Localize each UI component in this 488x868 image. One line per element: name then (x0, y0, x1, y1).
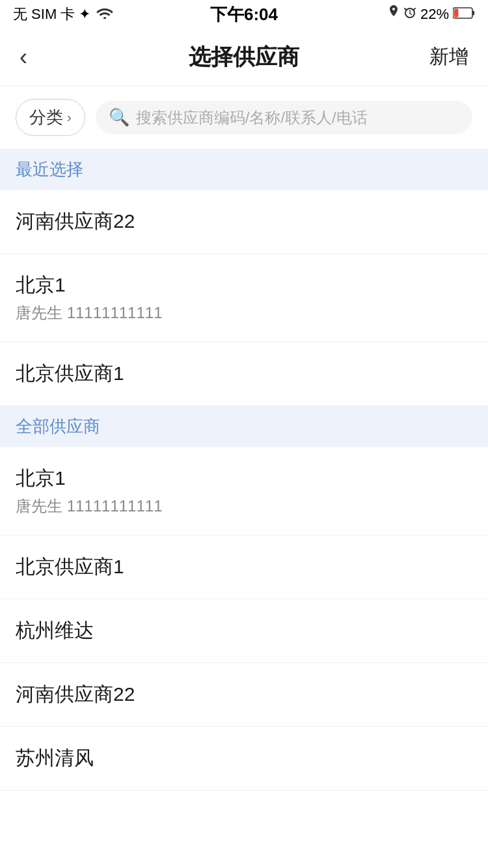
item-name: 北京供应商1 (16, 554, 472, 580)
battery-label: 22% (420, 6, 449, 23)
no-sim-label: 无 SIM 卡 ✦ (13, 5, 90, 24)
item-name: 河南供应商22 (16, 681, 472, 708)
item-detail: 唐先生 11111111111 (16, 303, 472, 323)
all-section-header: 全部供应商 (0, 406, 488, 447)
search-icon: 🔍 (109, 107, 129, 128)
add-button[interactable]: 新增 (429, 44, 468, 70)
category-filter[interactable]: 分类 › (16, 99, 85, 136)
list-item[interactable]: 河南供应商22 (0, 663, 488, 727)
page-title: 选择供应商 (189, 42, 299, 72)
status-bar: 无 SIM 卡 ✦ 下午6:04 22% (0, 0, 488, 29)
item-name: 杭州维达 (16, 617, 472, 644)
status-time: 下午6:04 (210, 3, 278, 26)
list-item[interactable]: 北京供应商1 (0, 342, 488, 406)
all-section-label: 全部供应商 (16, 416, 100, 436)
filter-bar: 分类 › 🔍 (0, 86, 488, 149)
list-item[interactable]: 北京供应商1 (0, 536, 488, 599)
item-name: 河南供应商22 (16, 208, 472, 235)
search-input[interactable] (136, 109, 459, 127)
nav-bar: ‹ 选择供应商 新增 (0, 29, 488, 86)
category-label: 分类 (29, 106, 63, 129)
svg-rect-3 (472, 11, 474, 16)
list-item[interactable]: 杭州维达 (0, 599, 488, 663)
alarm-icon (403, 5, 416, 23)
list-item[interactable]: 河南供应商22 (0, 190, 488, 254)
item-name: 苏州清风 (16, 745, 472, 772)
status-left: 无 SIM 卡 ✦ (13, 5, 114, 24)
location-icon (388, 5, 400, 23)
status-right: 22% (388, 5, 475, 23)
wifi-icon (96, 6, 114, 23)
all-list: 北京1唐先生 11111111111北京供应商1杭州维达河南供应商22苏州清风 (0, 447, 488, 791)
recent-section-label: 最近选择 (16, 159, 83, 179)
item-name: 北京1 (16, 465, 472, 492)
chevron-icon: › (67, 110, 72, 125)
search-box[interactable]: 🔍 (96, 101, 472, 134)
list-item[interactable]: 北京1唐先生 11111111111 (0, 447, 488, 536)
recent-list: 河南供应商22北京1唐先生 11111111111北京供应商1 (0, 190, 488, 406)
list-item[interactable]: 苏州清风 (0, 727, 488, 791)
recent-section-header: 最近选择 (0, 149, 488, 190)
svg-rect-4 (454, 9, 459, 18)
item-detail: 唐先生 11111111111 (16, 496, 472, 517)
item-name: 北京1 (16, 272, 472, 299)
back-button[interactable]: ‹ (20, 44, 59, 71)
item-name: 北京供应商1 (16, 360, 472, 387)
battery-icon (453, 6, 475, 23)
svg-point-0 (103, 17, 106, 19)
list-item[interactable]: 北京1唐先生 11111111111 (0, 254, 488, 342)
